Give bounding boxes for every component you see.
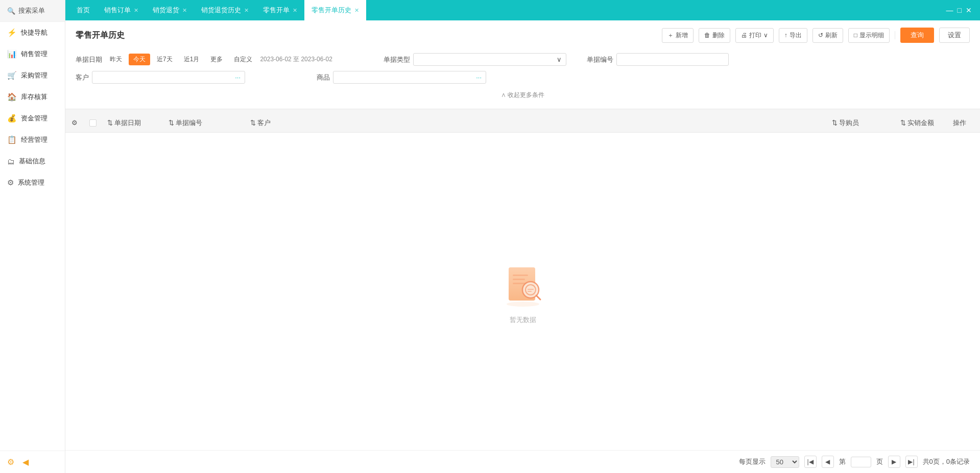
header-checkbox[interactable] xyxy=(89,119,97,127)
date-quick-btns: 昨天 今天 近7天 近1月 更多 自定义 xyxy=(105,54,257,65)
th-check[interactable] xyxy=(84,119,102,127)
print-button[interactable]: 🖨 打印 ∨ xyxy=(735,28,774,43)
tab-sales-order-label: 销售订单 xyxy=(104,6,131,15)
sidebar-item-inventory[interactable]: 🏠 库存核算 xyxy=(0,86,65,108)
sidebar-item-label: 采购管理 xyxy=(21,71,47,80)
total-text: 共0页，0条记录 xyxy=(923,457,970,466)
bill-type-select[interactable]: ∨ xyxy=(413,53,566,66)
filter-bill-num: 单据编号 xyxy=(587,53,729,66)
display-detail-label: 显示明细 xyxy=(859,31,884,40)
sidebar-search[interactable]: 🔍 搜索采单 xyxy=(0,0,65,22)
sidebar-item-finance[interactable]: 💰 资金管理 xyxy=(0,108,65,129)
tab-retail-history[interactable]: 零售开单历史 ✕ xyxy=(304,0,366,20)
sidebar-item-sales-mgmt[interactable]: 📊 销售管理 xyxy=(0,43,65,65)
tab-sales-return-history[interactable]: 销货退货历史 ✕ xyxy=(194,0,256,20)
th-amount: ⇅ 实销金额 xyxy=(878,118,939,128)
today-btn[interactable]: 今天 xyxy=(129,54,150,65)
bill-type-label: 单据类型 xyxy=(384,55,410,64)
export-button[interactable]: ↑ 导出 xyxy=(779,28,807,43)
collapse-filter-bar[interactable]: ∧ 收起更多条件 xyxy=(76,89,970,104)
svg-rect-3 xyxy=(513,275,528,276)
customer-dots[interactable]: ··· xyxy=(235,73,241,81)
customer-select[interactable]: ··· xyxy=(92,71,245,84)
sidebar-item-label: 经营管理 xyxy=(21,135,47,144)
content-area: 零售开单历史 ＋ 新增 🗑 删除 🖨 打印 ∨ xyxy=(65,20,980,473)
collapse-sidebar-icon[interactable]: ◀ xyxy=(22,457,29,467)
goods-select[interactable]: ··· xyxy=(333,71,486,84)
tab-retail-history-close[interactable]: ✕ xyxy=(354,7,359,14)
sidebar-item-purchase-mgmt[interactable]: 🛒 采购管理 xyxy=(0,65,65,86)
prev-page-btn[interactable]: ◀ xyxy=(822,456,834,468)
add-button[interactable]: ＋ 新增 xyxy=(662,28,694,43)
more-date-btn[interactable]: 更多 xyxy=(206,54,227,65)
tab-retail-open-close[interactable]: ✕ xyxy=(293,7,297,14)
tab-sales-return-close[interactable]: ✕ xyxy=(182,7,187,14)
first-page-btn[interactable]: |◀ xyxy=(804,456,817,468)
delete-icon: 🗑 xyxy=(704,32,710,39)
sidebar-item-label: 基础信息 xyxy=(19,157,45,166)
filter-row-1: 单据日期 昨天 今天 近7天 近1月 更多 自定义 2023-06-02 至 2… xyxy=(76,53,970,66)
svg-point-0 xyxy=(507,302,539,307)
close-button[interactable]: ✕ xyxy=(966,6,972,14)
minimize-button[interactable]: — xyxy=(946,6,953,14)
query-button[interactable]: 查询 xyxy=(900,28,934,43)
window-controls: — □ ✕ xyxy=(946,6,976,14)
settings-bottom-icon[interactable]: ⚙ xyxy=(7,457,14,467)
th-guide-sort-icon[interactable]: ⇅ xyxy=(832,119,838,127)
th-date-sort-icon[interactable]: ⇅ xyxy=(107,119,113,127)
maximize-button[interactable]: □ xyxy=(958,6,962,14)
sidebar-item-basic-info[interactable]: 🗂 基础信息 xyxy=(0,151,65,172)
delete-button[interactable]: 🗑 删除 xyxy=(699,28,730,43)
last-page-btn[interactable]: ▶| xyxy=(905,456,918,468)
table-header: ⚙ ⇅ 单据日期 ⇅ 单据编号 ⇅ 客户 ⇅ 导购员 xyxy=(65,113,980,133)
per-page-label: 每页显示 xyxy=(739,457,766,466)
purchase-mgmt-icon: 🛒 xyxy=(7,71,17,80)
quick-nav-icon: ⚡ xyxy=(7,28,17,37)
per-page-select[interactable]: 50 100 200 xyxy=(771,456,799,468)
tab-sales-order[interactable]: 销售订单 ✕ xyxy=(97,0,146,20)
th-amount-sort-icon[interactable]: ⇅ xyxy=(900,119,906,127)
inventory-icon: 🏠 xyxy=(7,92,17,102)
svg-rect-9 xyxy=(528,289,534,290)
page-num-input[interactable]: 1 xyxy=(851,457,871,467)
last7-btn[interactable]: 近7天 xyxy=(152,54,177,65)
last-month-btn[interactable]: 近1月 xyxy=(179,54,204,65)
th-op: 操作 xyxy=(939,118,980,128)
tab-home[interactable]: 首页 xyxy=(69,0,97,20)
print-icon: 🖨 xyxy=(741,32,747,39)
next-page-btn[interactable]: ▶ xyxy=(888,456,900,468)
sidebar-item-operations[interactable]: 📋 经营管理 xyxy=(0,129,65,151)
th-customer-sort-icon[interactable]: ⇅ xyxy=(250,119,256,127)
tab-sales-return-label: 销货退货 xyxy=(153,6,179,15)
sidebar-search-label: 搜索采单 xyxy=(18,6,45,15)
settings-button[interactable]: 设置 xyxy=(939,28,970,43)
filter-bill-type: 单据类型 ∨ xyxy=(384,53,566,66)
yesterday-btn[interactable]: 昨天 xyxy=(105,54,127,65)
tab-sales-return[interactable]: 销货退货 ✕ xyxy=(146,0,194,20)
sidebar-item-quick-nav[interactable]: ⚡ 快捷导航 xyxy=(0,22,65,43)
sidebar-item-sys-mgmt[interactable]: ⚙ 系统管理 xyxy=(0,172,65,193)
goods-dots[interactable]: ··· xyxy=(476,73,482,81)
tab-sales-order-close[interactable]: ✕ xyxy=(134,7,138,14)
display-detail-button[interactable]: □ 显示明细 xyxy=(848,28,890,43)
th-guide-label: 导购员 xyxy=(839,118,859,128)
tab-retail-open[interactable]: 零售开单 ✕ xyxy=(256,0,304,20)
sidebar: 🔍 搜索采单 ⚡ 快捷导航 📊 销售管理 🛒 采购管理 🏠 库存核算 💰 资金管… xyxy=(0,0,65,473)
sidebar-item-label: 销售管理 xyxy=(21,49,47,59)
th-settings[interactable]: ⚙ xyxy=(65,119,84,127)
custom-date-btn[interactable]: 自定义 xyxy=(229,54,257,65)
refresh-button[interactable]: ↺ 刷新 xyxy=(812,28,843,43)
delete-label: 删除 xyxy=(712,31,725,40)
th-num-sort-icon[interactable]: ⇅ xyxy=(169,119,174,127)
table-body: 暂无数据 xyxy=(65,133,980,450)
display-detail-checkbox: □ xyxy=(854,32,857,39)
th-customer-label: 客户 xyxy=(257,118,271,128)
export-icon: ↑ xyxy=(784,32,787,39)
sidebar-item-label: 系统管理 xyxy=(18,178,44,187)
bill-num-input[interactable] xyxy=(616,53,729,66)
bill-num-label: 单据编号 xyxy=(587,55,613,64)
th-amount-label: 实销金额 xyxy=(907,118,934,128)
svg-rect-4 xyxy=(513,279,525,280)
th-customer: ⇅ 客户 xyxy=(245,118,827,128)
tab-sales-return-history-close[interactable]: ✕ xyxy=(244,7,249,14)
